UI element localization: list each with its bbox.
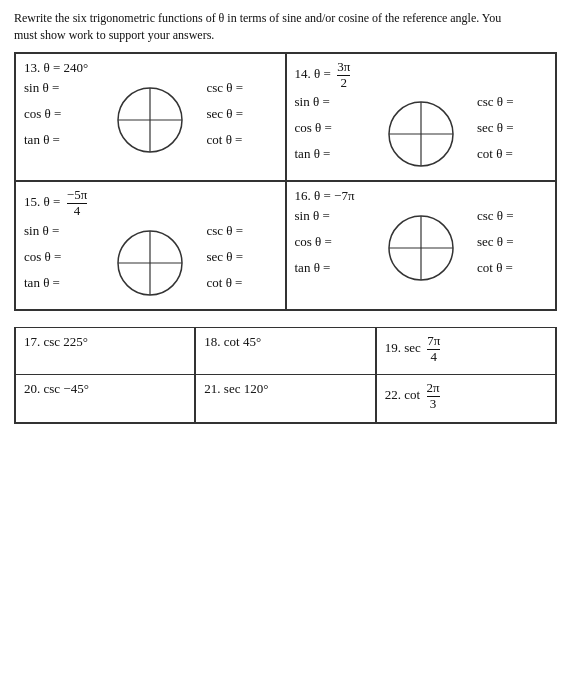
sin-theta-15: sin θ = — [24, 223, 94, 239]
tan-theta-16: tan θ = — [295, 260, 365, 276]
sin-theta-13: sin θ = — [24, 80, 94, 96]
instructions: Rewrite the six trigonometric functions … — [14, 10, 557, 44]
sec-theta-16: sec θ = — [477, 234, 547, 250]
problem-14-fraction: 3π 2 — [337, 60, 350, 91]
cos-theta-16: cos θ = — [295, 234, 365, 250]
tan-theta-13: tan θ = — [24, 132, 94, 148]
sin-theta-14: sin θ = — [295, 94, 365, 110]
problem-15-content: sin θ = cos θ = tan θ = csc θ = sec θ = … — [24, 223, 277, 303]
csc-theta-14: csc θ = — [477, 94, 547, 110]
cot-theta-14: cot θ = — [477, 146, 547, 162]
problem-22: 22. cot 2π 3 — [376, 375, 556, 423]
circle-13 — [98, 80, 203, 160]
cot-theta-16: cot θ = — [477, 260, 547, 276]
problem-17: 17. csc 225° — [15, 327, 195, 375]
problem-19: 19. sec 7π 4 — [376, 327, 556, 375]
bottom-grid: 17. csc 225° 18. cot 45° 19. sec 7π 4 20… — [14, 327, 557, 424]
csc-theta-16: csc θ = — [477, 208, 547, 224]
unit-circle-16 — [381, 208, 461, 288]
problem-14-content: sin θ = cos θ = tan θ = csc θ = sec θ = … — [295, 94, 548, 174]
cot-theta-13: cot θ = — [207, 132, 277, 148]
sec-theta-15: sec θ = — [207, 249, 277, 265]
problem-19-fraction: 7π 4 — [427, 334, 440, 365]
problem-16-title: 16. θ = −7π — [295, 188, 548, 204]
problem-15-funcs-left: sin θ = cos θ = tan θ = — [24, 223, 94, 291]
sec-theta-14: sec θ = — [477, 120, 547, 136]
problem-14-title: 14. θ = 3π 2 — [295, 60, 548, 91]
circle-15 — [98, 223, 203, 303]
problem-22-fraction: 2π 3 — [427, 381, 440, 412]
problem-13: 13. θ = 240° sin θ = cos θ = tan θ = csc… — [15, 53, 286, 182]
problem-15-fraction: −5π 4 — [67, 188, 87, 219]
problem-14-funcs-right: csc θ = sec θ = cot θ = — [477, 94, 547, 162]
instruction-text: Rewrite the six trigonometric functions … — [14, 10, 557, 44]
sin-theta-16: sin θ = — [295, 208, 365, 224]
csc-theta-15: csc θ = — [207, 223, 277, 239]
csc-theta-13: csc θ = — [207, 80, 277, 96]
sec-theta-13: sec θ = — [207, 106, 277, 122]
problem-21: 21. sec 120° — [195, 375, 375, 423]
problem-15-title: 15. θ = −5π 4 — [24, 188, 277, 219]
cos-theta-13: cos θ = — [24, 106, 94, 122]
tan-theta-14: tan θ = — [295, 146, 365, 162]
problem-13-content: sin θ = cos θ = tan θ = csc θ = sec θ = … — [24, 80, 277, 160]
bottom-section: 17. csc 225° 18. cot 45° 19. sec 7π 4 20… — [14, 327, 557, 424]
problem-16-funcs-right: csc θ = sec θ = cot θ = — [477, 208, 547, 276]
problem-16: 16. θ = −7π sin θ = cos θ = tan θ = csc … — [286, 181, 557, 310]
tan-theta-15: tan θ = — [24, 275, 94, 291]
unit-circle-15 — [110, 223, 190, 303]
circle-14 — [369, 94, 474, 174]
problem-16-funcs-left: sin θ = cos θ = tan θ = — [295, 208, 365, 276]
circle-16 — [369, 208, 474, 288]
unit-circle-13 — [110, 80, 190, 160]
problem-13-funcs-right: csc θ = sec θ = cot θ = — [207, 80, 277, 148]
cot-theta-15: cot θ = — [207, 275, 277, 291]
problem-18: 18. cot 45° — [195, 327, 375, 375]
problem-14: 14. θ = 3π 2 sin θ = cos θ = tan θ = csc — [286, 53, 557, 182]
unit-circle-14 — [381, 94, 461, 174]
problem-16-content: sin θ = cos θ = tan θ = csc θ = sec θ = … — [295, 208, 548, 288]
problem-15-funcs-right: csc θ = sec θ = cot θ = — [207, 223, 277, 291]
problem-15: 15. θ = −5π 4 sin θ = cos θ = tan θ = cs… — [15, 181, 286, 310]
cos-theta-14: cos θ = — [295, 120, 365, 136]
main-grid: 13. θ = 240° sin θ = cos θ = tan θ = csc… — [14, 52, 557, 311]
problem-13-title: 13. θ = 240° — [24, 60, 277, 76]
cos-theta-15: cos θ = — [24, 249, 94, 265]
problem-13-funcs-left: sin θ = cos θ = tan θ = — [24, 80, 94, 148]
problem-14-funcs-left: sin θ = cos θ = tan θ = — [295, 94, 365, 162]
problem-20: 20. csc −45° — [15, 375, 195, 423]
